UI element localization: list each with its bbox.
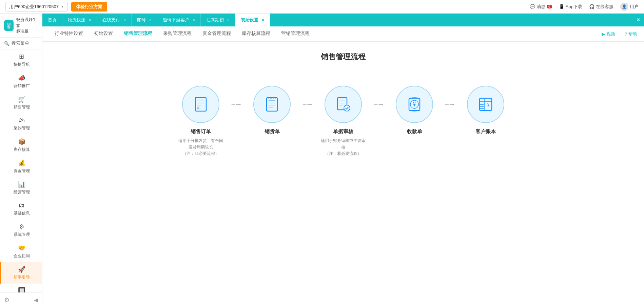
svg-rect-6 — [267, 98, 277, 111]
sub-tab-inventory-flow[interactable]: 库存核算流程 — [236, 26, 276, 41]
flow-item-receipt: ¥ 收款单 — [387, 86, 442, 138]
online-service-item[interactable]: 🎧 在线客服 — [589, 4, 613, 10]
nav-tabs-close-all[interactable]: × — [633, 17, 644, 23]
doc-review-icon — [334, 96, 352, 113]
sidebar-item-basic-info[interactable]: 🗂 基础信息 — [0, 199, 42, 220]
logo-text: 畅捷通好生意 标准版 — [16, 17, 38, 34]
tab-online-payment[interactable]: 在线支付 × — [97, 14, 132, 26]
tab-online-payment-close-icon[interactable]: × — [123, 18, 126, 22]
receipt-icon: ¥ — [406, 96, 423, 113]
sidebar-item-label: 资金管理 — [14, 168, 30, 174]
tab-period-init-close-icon[interactable]: × — [227, 18, 230, 22]
header-left: 用户690企业1660120507 ▼ 体验行业方案 — [5, 2, 107, 12]
arrow-1: --→ — [228, 86, 245, 109]
tab-period-init[interactable]: 往来期初 × — [201, 14, 235, 26]
sidebar-item-inventory[interactable]: 📦 库存核算 — [0, 135, 42, 156]
top-header: 用户690企业1660120507 ▼ 体验行业方案 💬 消息 6 📱 App下… — [0, 0, 644, 14]
play-icon: ▶ — [602, 32, 605, 37]
sub-tab-purchase-flow-label: 采购管理流程 — [163, 30, 192, 36]
sidebar-item-quick-nav[interactable]: ⊞ 快捷导航 — [0, 49, 42, 71]
purchase-mgmt-icon: 🛍 — [19, 117, 25, 124]
sidebar-search[interactable]: 🔍 搜索菜单 — [0, 38, 42, 49]
new-guide-icon: 🚀 — [18, 266, 25, 273]
sidebar-item-label: 营销推广 — [14, 83, 30, 89]
inventory-icon: 📦 — [18, 138, 25, 145]
logo-icon: 🐰 — [4, 20, 14, 31]
collapse-icon[interactable]: ◀ — [34, 297, 38, 303]
sub-tab-industry-settings-label: 行业特性设置 — [55, 30, 83, 36]
sidebar-items: ⊞ 快捷导航 📣 营销推广 🛒 销售管理 🛍 采购管理 📦 库存核算 💰 资金管… — [0, 49, 42, 292]
sidebar-item-label: 库存核算 — [14, 147, 30, 152]
sub-tab-finance-flow[interactable]: 资金管理流程 — [197, 26, 236, 41]
main-area: 行业特性设置 初始设置 销售管理流程 采购管理流程 资金管理流程 库存核算流程 … — [42, 26, 644, 307]
tab-account-close-icon[interactable]: × — [149, 18, 152, 22]
sub-tab-initial-settings-label: 初始设置 — [94, 30, 113, 36]
sidebar-item-label: 销售管理 — [14, 104, 30, 110]
app-download-icon: 📱 — [559, 4, 564, 9]
sidebar-item-label: 系统管理 — [14, 232, 30, 238]
flow-circle-receipt[interactable]: ¥ — [396, 86, 433, 123]
flow-circle-sales-invoice[interactable] — [253, 86, 291, 123]
tab-home[interactable]: 首页 — [42, 14, 62, 26]
enterprise-collab-icon: 🤝 — [18, 244, 25, 252]
sales-order-label: 销售订单 — [191, 128, 211, 135]
sidebar-item-sys-mgmt[interactable]: ⚙ 系统管理 — [0, 220, 42, 241]
nav-tabs: 首页 物流快递 × 在线支付 × 账号 × 邀请下游客户 × 往来期初 × 初始… — [42, 14, 644, 26]
sub-tab-initial-settings[interactable]: 初始设置 — [89, 26, 118, 41]
sub-tab-industry-settings[interactable]: 行业特性设置 — [49, 26, 89, 41]
tab-initial-setup[interactable]: 初始设置 × — [235, 14, 270, 26]
sidebar-item-label: 企业协同 — [14, 253, 30, 259]
message-label: 消息 — [536, 4, 545, 10]
user-selector[interactable]: 用户690企业1660120507 ▼ — [5, 2, 68, 12]
sub-tab-purchase-flow[interactable]: 采购管理流程 — [158, 26, 197, 41]
tab-period-init-label: 往来期初 — [206, 17, 224, 23]
message-item[interactable]: 💬 消息 6 — [530, 4, 552, 10]
trial-btn[interactable]: 体验行业方案 — [71, 2, 107, 12]
tab-invite-customers[interactable]: 邀请下游客户 × — [157, 14, 201, 26]
customer-account-icon: ¥ — [477, 96, 494, 113]
page-title: 销售管理流程 — [56, 52, 630, 62]
sidebar-footer: ⚙ ◀ — [0, 292, 42, 307]
message-icon: 💬 — [530, 4, 535, 9]
sub-tab-marketing-flow-label: 营销管理流程 — [281, 30, 310, 36]
sidebar-item-enterprise-collab[interactable]: 🤝 企业协同 — [0, 241, 42, 262]
sidebar-item-purchase-mgmt[interactable]: 🛍 采购管理 — [0, 114, 42, 135]
sales-mgmt-icon: 🛒 — [18, 96, 25, 103]
customer-account-label: 客户账本 — [475, 128, 496, 135]
flow-circle-customer-account[interactable]: ¥ — [467, 86, 504, 123]
svg-text:¥: ¥ — [487, 102, 490, 107]
sidebar-item-new-guide[interactable]: 🚀 新手引导 — [0, 262, 42, 284]
sidebar-item-app-center[interactable]: 🔲 应用中心 — [0, 284, 42, 292]
app-download-item[interactable]: 📱 App下载 — [559, 4, 582, 10]
tab-logistics[interactable]: 物流快递 × — [62, 14, 97, 26]
sub-tab-sales-flow[interactable]: 销售管理流程 — [118, 26, 158, 41]
search-label: 搜索菜单 — [12, 40, 29, 46]
video-link[interactable]: ▶ 视频 — [602, 31, 615, 37]
tab-invite-customers-close-icon[interactable]: × — [193, 18, 195, 22]
sidebar-item-finance-mgmt[interactable]: 💰 资金管理 — [0, 156, 42, 177]
settings-icon[interactable]: ⚙ — [4, 296, 9, 304]
svg-rect-7 — [269, 100, 275, 101]
arrow-2: --→ — [299, 86, 316, 109]
tab-logistics-close-icon[interactable]: × — [89, 18, 91, 22]
sub-tab-sales-flow-label: 销售管理流程 — [124, 30, 152, 36]
tab-invite-customers-label: 邀请下游客户 — [163, 17, 189, 23]
tab-initial-setup-close-icon[interactable]: × — [262, 18, 264, 22]
app-download-label: App下载 — [566, 4, 582, 10]
help-link[interactable]: ? 帮助 — [625, 31, 637, 37]
tab-account[interactable]: 账号 × — [132, 14, 157, 26]
sub-tabs: 行业特性设置 初始设置 销售管理流程 采购管理流程 资金管理流程 库存核算流程 … — [42, 26, 644, 42]
flow-circle-sales-order[interactable] — [182, 86, 219, 123]
sales-order-icon — [192, 96, 210, 113]
sidebar-item-sales-mgmt[interactable]: 🛒 销售管理 — [0, 92, 42, 114]
user-avatar-item[interactable]: 👤 用户 — [620, 3, 639, 11]
flow-circle-doc-review[interactable] — [325, 86, 362, 123]
headset-icon: 🎧 — [589, 4, 594, 9]
sidebar-logo: 🐰 畅捷通好生意 标准版 — [0, 14, 42, 38]
logo-line2: 标准版 — [16, 28, 38, 34]
sub-tab-marketing-flow[interactable]: 营销管理流程 — [276, 26, 315, 41]
logo-line1: 畅捷通好生意 — [16, 17, 38, 28]
sidebar-item-marketing-promo[interactable]: 📣 营销推广 — [0, 71, 42, 92]
sidebar-item-operations-mgmt[interactable]: 📊 经营管理 — [0, 177, 42, 199]
divider: | — [619, 32, 620, 37]
